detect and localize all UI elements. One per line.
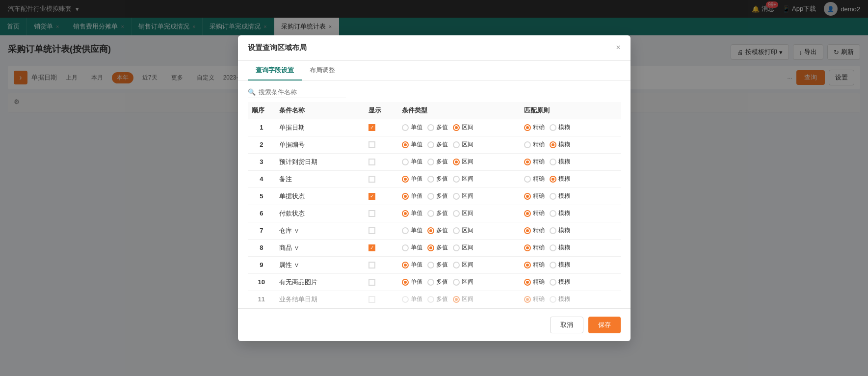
search-box: 🔍 <box>248 86 346 98</box>
modal-tab-bar: 查询字段设置 布局调整 <box>238 61 631 81</box>
row-show-1[interactable] <box>365 119 398 120</box>
modal-search-area: 🔍 <box>238 81 631 102</box>
th-name: 条件名称 <box>275 102 364 119</box>
search-input[interactable] <box>259 88 337 96</box>
modal-tab-layout[interactable]: 布局调整 <box>302 61 343 81</box>
modal: 设置查询区域布局 × 查询字段设置 布局调整 🔍 顺序 条件名称 显示 <box>238 35 631 121</box>
th-show: 显示 <box>365 102 398 119</box>
table-row: 1单据日期单值多值区间精确模糊 <box>248 119 621 120</box>
th-order: 顺序 <box>248 102 276 119</box>
search-icon: 🔍 <box>248 88 256 96</box>
modal-tab-query-fields[interactable]: 查询字段设置 <box>248 61 302 81</box>
modal-overlay: 设置查询区域布局 × 查询字段设置 布局调整 🔍 顺序 条件名称 显示 <box>0 0 868 120</box>
modal-table-area: 顺序 条件名称 显示 条件类型 匹配原则 1单据日期单值多值区间精确模糊2单据编… <box>238 102 631 121</box>
modal-title: 设置查询区域布局 <box>248 43 307 53</box>
row-name-1: 单据日期 <box>275 119 364 120</box>
row-match-1: 精确模糊 <box>520 119 620 120</box>
modal-header: 设置查询区域布局 × <box>238 35 631 61</box>
row-order-1: 1 <box>248 119 276 120</box>
th-match: 匹配原则 <box>520 102 620 119</box>
modal-close-btn[interactable]: × <box>616 43 620 52</box>
conditions-table: 顺序 条件名称 显示 条件类型 匹配原则 1单据日期单值多值区间精确模糊2单据编… <box>248 102 621 121</box>
row-type-1: 单值多值区间 <box>398 119 521 120</box>
th-type: 条件类型 <box>398 102 521 119</box>
